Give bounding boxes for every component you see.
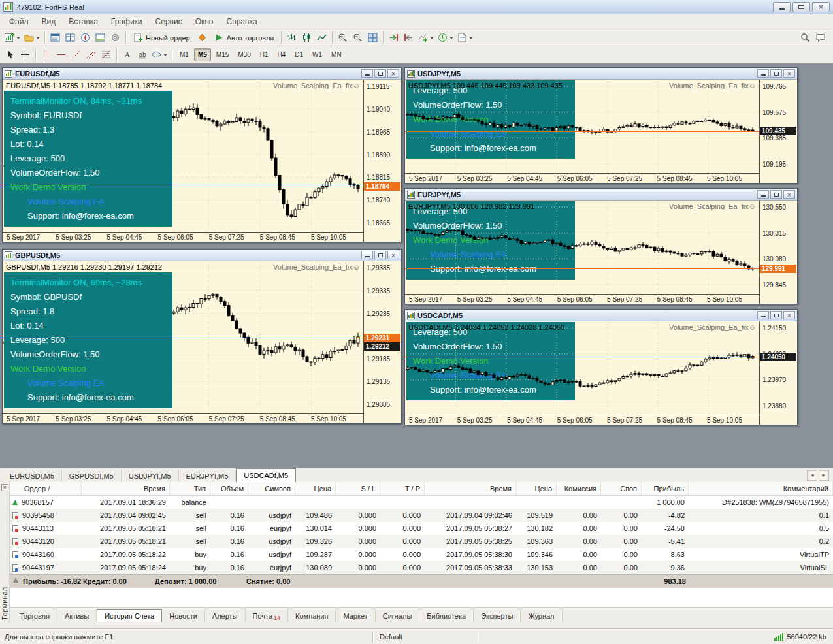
terminal-tab-2[interactable]: История Счета: [97, 609, 162, 622]
terminal-tab-4[interactable]: Алерты: [205, 609, 246, 622]
statusbar-profile[interactable]: Default: [373, 633, 478, 641]
metaeditor-button[interactable]: [195, 31, 210, 45]
market-watch-button[interactable]: [48, 31, 63, 45]
chart-window-titlebar[interactable]: EURJPYf,M5: [405, 189, 797, 201]
chart-plot-area[interactable]: Leverage: 500VolumeOrderFlow: 1.50Work D…: [405, 80, 759, 173]
chart-minimize-button[interactable]: [361, 251, 373, 259]
window-tab-usdjpyf-m5[interactable]: USDJPYf,M5: [122, 470, 179, 482]
chart-close-button[interactable]: [783, 311, 795, 319]
terminal-tab-10[interactable]: Эксперты: [474, 609, 521, 622]
column-header-7[interactable]: T / P: [380, 482, 425, 495]
column-header-11[interactable]: Своп: [601, 482, 642, 495]
column-header-3[interactable]: Объем: [210, 482, 248, 495]
chart-shift-button[interactable]: [401, 31, 416, 45]
zoom-in-button[interactable]: [335, 31, 350, 45]
chart-minimize-button[interactable]: [757, 69, 769, 78]
line-chart-button[interactable]: [314, 31, 329, 45]
table-row[interactable]: 904431972017.09.05 05:18:24buy0.16eurjpy…: [10, 561, 833, 574]
timeframe-m30-button[interactable]: M30: [234, 48, 254, 61]
price-scale[interactable]: 1.241501.240601.239701.238801.24050: [759, 321, 797, 425]
window-close-button[interactable]: [812, 2, 830, 12]
chart-plot-area[interactable]: TerminalMonitor ON, 69ms, ~28msSymbol: G…: [3, 261, 363, 413]
trendline-button[interactable]: [69, 48, 84, 62]
column-header-6[interactable]: S / L: [336, 482, 380, 495]
chart-minimize-button[interactable]: [361, 69, 373, 78]
templates-button[interactable]: [455, 31, 475, 45]
menu-item-5[interactable]: Окно: [189, 15, 220, 28]
terminal-tab-1[interactable]: Активы: [57, 609, 97, 622]
terminal-button[interactable]: [93, 31, 108, 45]
terminal-tab-5[interactable]: Почта14: [246, 609, 289, 622]
window-tab-usdcadf-m5[interactable]: USDCADf,M5: [236, 468, 296, 482]
timeframe-h4-button[interactable]: H4: [274, 48, 290, 61]
window-tab-eurusdf-m5[interactable]: EURUSDf,M5: [3, 470, 62, 482]
menu-item-4[interactable]: Сервис: [149, 15, 189, 28]
column-header-0[interactable]: Ордер: [10, 482, 82, 495]
table-row[interactable]: 904431202017.09.05 05:18:21sell0.16usdjp…: [10, 535, 833, 548]
zoom-out-button[interactable]: [350, 31, 365, 45]
terminal-tab-11[interactable]: Журнал: [521, 609, 562, 622]
timeframe-m15-button[interactable]: M15: [212, 48, 233, 61]
chart-window-titlebar[interactable]: USDCADf,M5: [405, 310, 797, 321]
menu-item-6[interactable]: Справка: [220, 15, 264, 28]
chart-close-button[interactable]: [387, 69, 399, 78]
auto-scroll-button[interactable]: [386, 31, 401, 45]
chart-window-eurusdf[interactable]: EURUSDf,M5TerminalMonitor ON, 84ms, ~31m…: [2, 67, 402, 242]
indicators-button[interactable]: [416, 31, 436, 45]
text-label-button[interactable]: ab: [135, 48, 150, 62]
menu-item-3[interactable]: Графики: [105, 15, 149, 28]
timeframe-w1-button[interactable]: W1: [308, 48, 326, 61]
window-tab-eurjpyf-m5[interactable]: EURJPYf,M5: [179, 470, 237, 482]
terminal-tab-9[interactable]: Библиотека: [419, 609, 474, 622]
chart-window-eurjpyf[interactable]: EURJPYf,M5Leverage: 500VolumeOrderFlow: …: [404, 188, 798, 304]
table-row[interactable]: 903681572017.09.01 18:36:29balance1 000.…: [10, 496, 833, 509]
column-header-4[interactable]: Символ: [248, 482, 295, 495]
time-axis[interactable]: 5 Sep 20175 Sep 03:255 Sep 04:455 Sep 06…: [405, 415, 759, 425]
chart-close-button[interactable]: [783, 69, 795, 78]
terminal-close-button[interactable]: [1, 484, 8, 491]
price-scale[interactable]: 109.765109.575109.385109.195109.435: [759, 80, 797, 183]
profiles-button[interactable]: [22, 31, 42, 45]
column-header-2[interactable]: Тип: [170, 482, 210, 495]
chart-window-usdjpyf[interactable]: USDJPYf,M5Leverage: 500VolumeOrderFlow: …: [404, 67, 798, 184]
terminal-tab-3[interactable]: Новости: [162, 609, 205, 622]
menu-item-1[interactable]: Вид: [35, 15, 63, 28]
column-header-13[interactable]: Комментарий: [689, 482, 833, 495]
chart-window-usdcadf[interactable]: USDCADf,M5Leverage: 500VolumeOrderFlow: …: [404, 309, 798, 425]
chart-window-gbpusdf[interactable]: GBPUSDf,M5TerminalMonitor ON, 69ms, ~28m…: [2, 249, 402, 424]
column-header-5[interactable]: Цена: [295, 482, 336, 495]
chart-minimize-button[interactable]: [757, 311, 769, 319]
bar-chart-button[interactable]: [284, 31, 299, 45]
equidistant-channel-button[interactable]: [84, 48, 99, 62]
chart-maximize-button[interactable]: [374, 251, 386, 259]
vertical-line-button[interactable]: [39, 48, 54, 62]
shapes-button[interactable]: [150, 48, 169, 62]
table-row[interactable]: 904431602017.09.05 05:18:22buy0.16usdjpy…: [10, 548, 833, 561]
tab-scroll-right-button[interactable]: [819, 470, 829, 481]
chart-close-button[interactable]: [387, 251, 399, 259]
time-axis[interactable]: 5 Sep 20175 Sep 03:255 Sep 04:455 Sep 06…: [405, 294, 759, 304]
terminal-tab-7[interactable]: Маркет: [336, 609, 375, 622]
chart-window-titlebar[interactable]: GBPUSDf,M5: [3, 250, 401, 261]
time-axis[interactable]: 5 Sep 20175 Sep 03:255 Sep 04:455 Sep 06…: [405, 173, 759, 183]
chart-maximize-button[interactable]: [770, 190, 782, 199]
navigator-button[interactable]: [78, 31, 93, 45]
timeframe-m5-button[interactable]: M5: [194, 48, 211, 61]
price-scale[interactable]: 1.191151.190401.189651.188901.188151.187…: [363, 80, 401, 242]
timeframe-mn-button[interactable]: MN: [327, 48, 346, 61]
candlestick-chart-button[interactable]: [299, 31, 314, 45]
column-header-1[interactable]: Время: [82, 482, 170, 495]
menu-item-0[interactable]: Файл: [3, 15, 35, 28]
chart-maximize-button[interactable]: [770, 69, 782, 78]
timeframe-d1-button[interactable]: D1: [291, 48, 307, 61]
tab-scroll-left-button[interactable]: [807, 470, 817, 481]
fibonacci-button[interactable]: [99, 48, 114, 62]
new-order-button[interactable]: Новый ордер: [129, 31, 195, 45]
crosshair-button[interactable]: [18, 48, 33, 62]
horizontal-line-button[interactable]: [54, 48, 69, 62]
time-axis[interactable]: 5 Sep 20175 Sep 03:255 Sep 04:455 Sep 06…: [3, 413, 363, 423]
new-chart-button[interactable]: [3, 31, 22, 45]
terminal-tab-6[interactable]: Компания: [288, 609, 336, 622]
chart-plot-area[interactable]: TerminalMonitor ON, 84ms, ~31msSymbol: E…: [3, 80, 363, 232]
autotrading-button[interactable]: Авто-торговля: [210, 31, 279, 45]
